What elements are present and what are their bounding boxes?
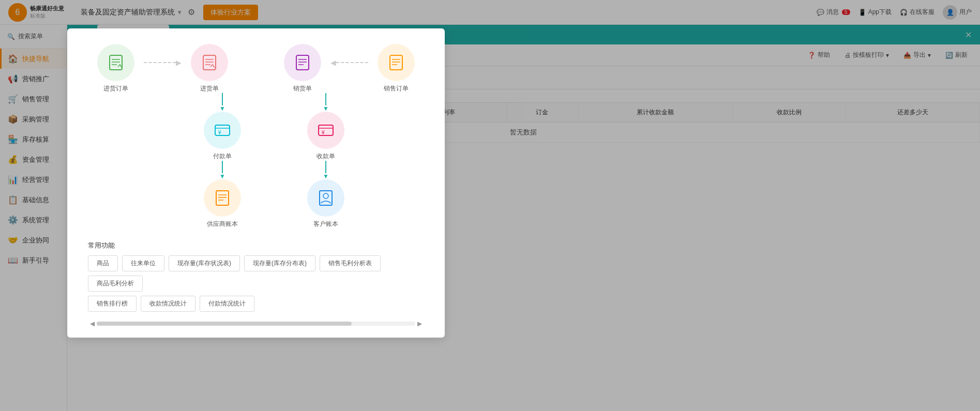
purchase-bill-icon bbox=[200, 53, 219, 72]
sales-bill-label: 销货单 bbox=[293, 84, 312, 93]
payment-bill-label: 付款单 bbox=[213, 152, 232, 161]
svg-rect-4 bbox=[203, 55, 216, 70]
svg-text:¥: ¥ bbox=[321, 130, 325, 135]
customer-account-node[interactable]: 客户账本 bbox=[295, 179, 357, 229]
purchase-bill-label: 进货单 bbox=[200, 84, 219, 93]
flow-modal: 进货订单 ▶ bbox=[67, 28, 445, 338]
spacer3 bbox=[253, 93, 295, 112]
common-btn-partner[interactable]: 往来单位 bbox=[122, 255, 164, 271]
scroll-right-btn[interactable]: ▶ bbox=[415, 320, 424, 327]
sales-order-icon bbox=[387, 53, 405, 72]
common-btn-payment-stat[interactable]: 付款情况统计 bbox=[200, 296, 254, 312]
spacer2 bbox=[150, 93, 191, 112]
common-btn-goods-margin[interactable]: 商品毛利分析 bbox=[88, 276, 143, 292]
modal-scrollbar: ◀ ▶ bbox=[88, 320, 424, 327]
spacer7 bbox=[88, 161, 150, 179]
svg-rect-0 bbox=[110, 55, 122, 70]
sales-order-circle bbox=[378, 44, 415, 81]
arrow-down-rec: ▼ bbox=[295, 161, 357, 179]
flow-row-arrows-2: ▼ ▼ bbox=[88, 161, 424, 179]
arrow-down-pb: ▼ bbox=[191, 93, 253, 112]
common-btn-stock-status[interactable]: 现存量(库存状况表) bbox=[169, 255, 240, 271]
common-btn-stock-dist[interactable]: 现存量(库存分布表) bbox=[244, 255, 315, 271]
svg-rect-22 bbox=[216, 191, 229, 205]
flow-diagram: 进货订单 ▶ bbox=[88, 44, 424, 229]
svg-rect-19 bbox=[319, 125, 333, 135]
common-buttons-row2: 销售排行榜 收款情况统计 付款情况统计 bbox=[88, 296, 424, 312]
spacer8 bbox=[150, 161, 191, 179]
supplier-account-node[interactable]: 供应商账本 bbox=[191, 179, 253, 229]
common-buttons: 商品 往来单位 现存量(库存状况表) 现存量(库存分布表) 销售毛利分析表 商品… bbox=[88, 255, 424, 292]
receipt-bill-circle: ¥ bbox=[307, 112, 344, 149]
receipt-bill-node[interactable]: ¥ 收款单 bbox=[295, 112, 357, 161]
purchase-order-label: 进货订单 bbox=[103, 84, 128, 93]
purchase-order-icon bbox=[107, 53, 125, 72]
common-btn-sales-margin[interactable]: 销售毛利分析表 bbox=[320, 255, 381, 271]
purchase-bill-circle bbox=[191, 44, 228, 81]
spacer1 bbox=[88, 93, 150, 112]
purchase-order-node[interactable]: 进货订单 bbox=[88, 44, 144, 93]
common-btn-receipt-stat[interactable]: 收款情况统计 bbox=[141, 296, 195, 312]
supplier-account-label: 供应商账本 bbox=[207, 220, 238, 229]
arrow-so-sb: ◀ bbox=[330, 58, 368, 67]
app-container: 6 畅康通好生意 标准版 装备及固定资产辅助管理系统 ▾ ⚙ 体验行业方案 💬 … bbox=[0, 0, 980, 411]
receipt-bill-icon: ¥ bbox=[316, 121, 335, 140]
common-functions-section: 常用功能 商品 往来单位 现存量(库存状况表) 现存量(库存分布表) 销售毛利分… bbox=[88, 241, 424, 312]
payment-bill-icon: ¥ bbox=[213, 121, 232, 140]
customer-account-label: 客户账本 bbox=[313, 220, 338, 229]
sales-bill-circle bbox=[284, 44, 321, 81]
modal-overlay[interactable]: 进货订单 ▶ bbox=[0, 0, 980, 411]
sales-bill-icon bbox=[293, 53, 312, 72]
supplier-account-circle bbox=[204, 179, 241, 217]
customer-account-icon bbox=[316, 189, 335, 207]
svg-rect-12 bbox=[390, 55, 402, 70]
scroll-left-btn[interactable]: ◀ bbox=[88, 320, 97, 327]
spacer9 bbox=[253, 161, 295, 179]
arrow-down-pay: ▼ bbox=[191, 161, 253, 179]
payment-bill-circle: ¥ bbox=[204, 112, 241, 149]
svg-point-27 bbox=[323, 193, 328, 199]
receipt-bill-label: 收款单 bbox=[316, 152, 335, 161]
scrollbar-track bbox=[97, 322, 415, 326]
svg-rect-8 bbox=[296, 55, 309, 70]
scrollbar-thumb[interactable] bbox=[97, 322, 352, 326]
flow-row-2: ¥ 付款单 ¥ bbox=[88, 112, 424, 161]
sales-order-label: 销售订单 bbox=[384, 84, 409, 93]
common-btn-sales-rank[interactable]: 销售排行榜 bbox=[88, 296, 137, 312]
flow-row-3: 供应商账本 客户账本 bbox=[88, 179, 424, 229]
arrow-po-pb: ▶ bbox=[144, 58, 181, 67]
common-btn-goods[interactable]: 商品 bbox=[88, 255, 118, 271]
purchase-bill-node[interactable]: 进货单 bbox=[182, 44, 237, 93]
customer-account-circle bbox=[307, 179, 344, 217]
sales-order-node[interactable]: 销售订单 bbox=[368, 44, 424, 93]
flow-row-1: 进货订单 ▶ bbox=[88, 44, 424, 93]
sales-bill-node[interactable]: 销货单 bbox=[275, 44, 330, 93]
payment-bill-node[interactable]: ¥ 付款单 bbox=[191, 112, 253, 161]
common-functions-title: 常用功能 bbox=[88, 241, 424, 250]
flow-row-arrows-1: ▼ ▼ bbox=[88, 93, 424, 112]
purchase-order-circle bbox=[97, 44, 134, 81]
svg-rect-16 bbox=[215, 125, 230, 135]
svg-text:¥: ¥ bbox=[218, 130, 221, 135]
svg-rect-26 bbox=[320, 191, 332, 205]
arrow-down-sb: ▼ bbox=[295, 93, 357, 112]
supplier-account-icon bbox=[213, 189, 232, 207]
